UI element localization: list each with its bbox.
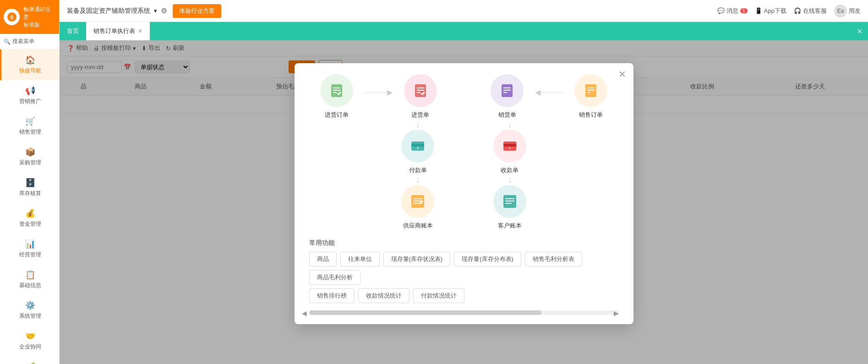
message-icon: 💬 — [717, 7, 725, 14]
system-dropdown[interactable]: ▾ — [154, 7, 157, 14]
sidebar-item-quick-nav[interactable]: 🏠 快捷导航 — [0, 49, 59, 80]
topbar-system: 装备及固定资产辅助管理系统 ▾ ⚙ — [67, 6, 167, 15]
chart-icon: 📊 — [25, 239, 35, 249]
purchase-bill-label: 进货单 — [411, 111, 429, 119]
flow-node-supplier-ledger[interactable]: 供应商账本 — [388, 185, 447, 230]
common-func: 常用功能 商品 往来单位 现存量(库存状况表) 现存量(库存分布表) 销售毛利分… — [309, 239, 619, 303]
flow-node-customer-ledger[interactable]: 客户账本 — [480, 185, 539, 230]
tab-panel-close-btn[interactable]: ✕ — [851, 27, 868, 36]
topbar: 装备及固定资产辅助管理系统 ▾ ⚙ 体验行业方案 💬 消息 5 📱 App下载 — [60, 0, 868, 22]
sidebar-item-operations[interactable]: 📊 经营管理 — [0, 234, 59, 264]
customer-ledger-label: 客户账本 — [498, 222, 522, 230]
flow-node-sales-bill[interactable]: 销货单 — [480, 74, 535, 119]
func-buttons: 商品 往来单位 现存量(库存状况表) 现存量(库存分布表) 销售毛利分析表 商品… — [309, 252, 619, 285]
sidebar-logo: 6 畅康通好生意 标准版 — [0, 0, 59, 34]
func-btn-product-profit[interactable]: 商品毛利分析 — [309, 270, 360, 285]
func-btn-product[interactable]: 商品 — [309, 252, 337, 266]
func-buttons-row2: 销售排行榜 收款情况统计 付款情况统计 — [309, 288, 619, 303]
flow-node-receipt-bill[interactable]: ¥ 收款单 — [480, 130, 539, 174]
sidebar: 6 畅康通好生意 标准版 🔍 搜索菜单 🏠 快捷导航 📢 营销推广 🛒 销售管理 — [0, 0, 60, 364]
sidebar-item-guide[interactable]: 🌱 新手引导 — [0, 356, 59, 364]
func-btn-receipt-stats[interactable]: 收款情况统计 — [358, 288, 409, 303]
flow-node-payment-bill[interactable]: ¥ 付款单 — [388, 130, 447, 174]
func-btn-sales-profit[interactable]: 销售毛利分析表 — [525, 252, 582, 266]
experience-btn[interactable]: 体验行业方案 — [173, 4, 221, 18]
main-content: 装备及固定资产辅助管理系统 ▾ ⚙ 体验行业方案 💬 消息 5 📱 App下载 — [60, 0, 868, 364]
cart-icon: 🛒 — [25, 116, 35, 126]
flow-node-purchase-bill[interactable]: 进货单 — [393, 74, 448, 119]
sidebar-item-enterprise[interactable]: 🤝 企业协同 — [0, 326, 59, 356]
message-badge: 5 — [740, 8, 748, 13]
cabinet-icon: 🗄️ — [25, 178, 35, 188]
sales-bill-label: 销货单 — [498, 111, 516, 119]
func-btn-partners[interactable]: 往来单位 — [340, 252, 380, 266]
tab-home[interactable]: 首页 — [60, 22, 86, 40]
online-service-btn[interactable]: 🎧 在线客服 — [794, 7, 827, 15]
handshake-icon: 🤝 — [25, 331, 35, 341]
svg-text:¥: ¥ — [416, 146, 419, 150]
purchase-bill-icon — [404, 74, 437, 107]
sales-order-icon — [574, 74, 607, 107]
svg-text:¥: ¥ — [508, 146, 511, 150]
settings-icon: ⚙️ — [25, 300, 35, 310]
settings-gear-icon[interactable]: ⚙ — [161, 6, 167, 15]
tab-close-icon[interactable]: ✕ — [138, 28, 142, 34]
app-download-btn[interactable]: 📱 App下载 — [755, 7, 786, 15]
user-menu[interactable]: Ea 用友 — [834, 5, 861, 17]
sidebar-nav: 🏠 快捷导航 📢 营销推广 🛒 销售管理 📦 采购管理 🗄️ 库存核算 💰 — [0, 49, 59, 364]
func-btn-payment-stats[interactable]: 付款情况统计 — [413, 288, 464, 303]
func-btn-stock-status[interactable]: 现存量(库存状况表) — [383, 252, 451, 266]
scroll-right-arrow[interactable]: ▶ — [614, 310, 619, 317]
flow-node-sales-order[interactable]: 销售订单 — [563, 74, 619, 119]
home-icon: 🏠 — [25, 55, 35, 65]
headset-icon: 🎧 — [794, 7, 801, 14]
sidebar-item-marketing[interactable]: 📢 营销推广 — [0, 80, 59, 111]
logo-icon: 6 — [4, 9, 20, 25]
popup-scrollbar[interactable]: ◀ ▶ — [309, 310, 619, 315]
flow-diagram: 进货订单 ▶ — [309, 74, 619, 230]
receipt-bill-icon: ¥ — [493, 130, 526, 163]
purchase-order-icon — [320, 74, 353, 107]
supplier-ledger-icon — [401, 185, 434, 218]
chevron-down-icon: ▾ — [154, 7, 157, 14]
func-btn-stock-dist[interactable]: 现存量(库存分布表) — [454, 252, 521, 266]
sidebar-search[interactable]: 🔍 搜索菜单 — [0, 34, 59, 49]
func-btn-sales-rank[interactable]: 销售排行榜 — [309, 288, 355, 303]
receipt-bill-label: 收款单 — [501, 166, 519, 174]
payment-bill-label: 付款单 — [409, 166, 427, 174]
arrow-purchase-to-bill: ▶ — [364, 88, 393, 97]
svg-text:6: 6 — [10, 14, 13, 21]
purchase-order-label: 进货订单 — [325, 111, 349, 119]
sidebar-item-system[interactable]: ⚙️ 系统管理 — [0, 295, 59, 326]
megaphone-icon: 📢 — [25, 86, 35, 96]
scroll-thumb[interactable] — [309, 310, 541, 315]
search-icon: 🔍 — [4, 38, 11, 45]
popup-close-btn[interactable]: ✕ — [618, 69, 626, 80]
arrow-sales-order-to-bill: ◀ — [535, 88, 563, 97]
topbar-right: 💬 消息 5 📱 App下载 🎧 在线客服 Ea 用友 — [717, 5, 861, 17]
sales-bill-icon — [491, 74, 524, 107]
sidebar-item-basic-info[interactable]: 📋 基础信息 — [0, 264, 59, 295]
seedling-icon: 🌱 — [25, 362, 35, 364]
sidebar-item-purchase[interactable]: 📦 采购管理 — [0, 141, 59, 172]
sidebar-item-finance[interactable]: 💰 资金管理 — [0, 203, 59, 234]
sidebar-item-sales[interactable]: 🛒 销售管理 — [0, 111, 59, 141]
flow-node-purchase-order[interactable]: 进货订单 — [309, 74, 365, 119]
system-title: 装备及固定资产辅助管理系统 — [67, 7, 150, 15]
logo-text: 畅康通好生意 标准版 — [23, 5, 55, 28]
download-icon: 📱 — [755, 7, 762, 14]
popup: ✕ — [295, 63, 633, 324]
payment-bill-icon: ¥ — [401, 130, 434, 163]
list-icon: 📋 — [25, 270, 35, 280]
tab-sales-order-exec[interactable]: 销售订单执行表 ✕ — [86, 22, 150, 40]
message-btn[interactable]: 💬 消息 5 — [717, 7, 748, 15]
customer-ledger-icon — [493, 185, 526, 218]
common-func-title: 常用功能 — [309, 239, 619, 247]
sales-order-label: 销售订单 — [579, 111, 603, 119]
scroll-left-arrow[interactable]: ◀ — [302, 310, 307, 317]
sidebar-item-inventory[interactable]: 🗄️ 库存核算 — [0, 172, 59, 203]
supplier-ledger-label: 供应商账本 — [403, 222, 433, 230]
tabbar: 首页 销售订单执行表 ✕ ✕ — [60, 22, 868, 40]
content-area: ❓ 帮助 🖨 按模板打印 ▾ ⬇ 导出 ↻ 刷新 — [60, 40, 868, 364]
avatar: Ea — [834, 5, 847, 17]
